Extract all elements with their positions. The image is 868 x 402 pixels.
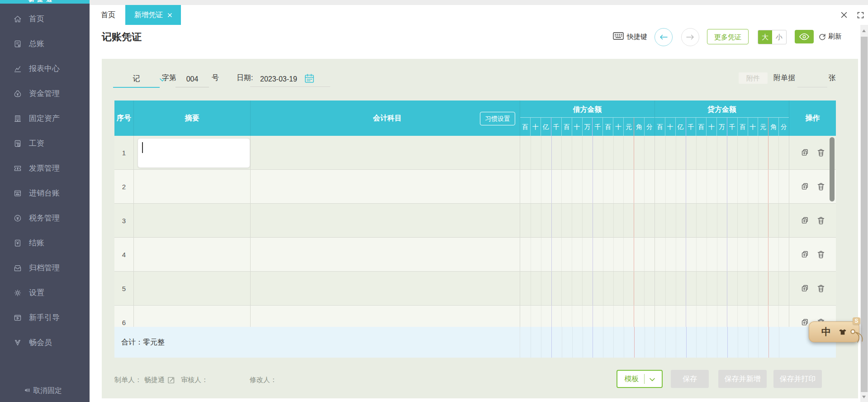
delete-row-icon[interactable] — [817, 216, 825, 225]
close-window-icon[interactable] — [839, 10, 849, 20]
save-and-new-button[interactable]: 保存并新增 — [718, 370, 767, 388]
sidebar-item-closing[interactable]: 结账 — [0, 230, 90, 255]
attachment-count-input[interactable] — [797, 72, 827, 87]
visibility-button[interactable] — [795, 30, 814, 43]
summary-cell[interactable] — [133, 136, 250, 169]
ime-widget[interactable]: S 中 — [809, 321, 859, 342]
delete-row-icon[interactable] — [817, 182, 825, 191]
next-voucher-button[interactable] — [681, 28, 699, 46]
tab-new-voucher[interactable]: 新增凭证 — [125, 5, 181, 25]
digit-grid-line — [603, 238, 603, 271]
credit-cell[interactable] — [655, 272, 789, 305]
digit-col-label: 角 — [768, 118, 778, 136]
digit-grid-line — [624, 327, 624, 358]
digit-grid-line — [603, 136, 603, 169]
fullscreen-icon[interactable] — [855, 10, 866, 20]
copy-row-icon[interactable] — [801, 284, 809, 293]
prev-voucher-button[interactable] — [655, 28, 673, 46]
debit-cell[interactable] — [520, 306, 655, 327]
inventory-icon — [13, 189, 22, 198]
save-button[interactable]: 保存 — [671, 370, 709, 388]
scroll-down-arrow-icon[interactable] — [862, 396, 866, 398]
ime-mode-indicator[interactable]: 中 — [821, 325, 831, 338]
account-cell[interactable] — [250, 204, 520, 237]
sidebar-item-fixed-assets[interactable]: 固定资产 — [0, 106, 90, 131]
delete-row-icon[interactable] — [817, 250, 825, 259]
edit-icon[interactable] — [167, 376, 175, 384]
sidebar-item-general-ledger[interactable]: 总账 — [0, 31, 90, 56]
sidebar-item-archive[interactable]: 归档管理 — [0, 255, 90, 280]
sidebar-item-payroll[interactable]: 工资 — [0, 131, 90, 156]
summary-cell[interactable] — [133, 170, 250, 203]
copy-row-icon[interactable] — [801, 148, 809, 157]
summary-cell[interactable] — [133, 204, 250, 237]
habit-settings-button[interactable]: 习惯设置 — [480, 112, 515, 125]
sidebar-item-settings[interactable]: 设置 — [0, 280, 90, 305]
digit-grid-line — [676, 327, 676, 358]
debit-cell[interactable] — [520, 136, 655, 169]
sidebar-item-invoice[interactable]: 发票管理 — [0, 156, 90, 181]
delete-row-icon[interactable] — [817, 284, 825, 293]
summary-cell[interactable] — [133, 306, 250, 327]
voucher-number-suffix: 号 — [212, 73, 219, 83]
summary-input[interactable] — [138, 138, 250, 168]
debit-cell[interactable] — [520, 238, 655, 271]
sidebar-item-report-center[interactable]: 报表中心 — [0, 56, 90, 81]
font-size-large-button[interactable]: 大 — [758, 30, 772, 44]
row-seq: 1 — [114, 136, 133, 169]
font-size-small-button[interactable]: 小 — [772, 30, 786, 44]
template-chevron-down-icon[interactable] — [650, 375, 655, 383]
sidebar-item-tax-management[interactable]: 税务管理 — [0, 206, 90, 230]
digit-grid-line — [665, 327, 666, 358]
sidebar-item-member[interactable]: 畅会员 — [0, 330, 90, 355]
account-cell[interactable] — [250, 306, 520, 327]
sidebar-collapse-button[interactable]: 取消固定 — [24, 386, 62, 396]
shortcut-key-button[interactable]: 快捷键 — [613, 32, 647, 41]
template-button[interactable]: 模板 — [617, 370, 663, 388]
sidebar-item-beginner-guide[interactable]: 新手引导 — [0, 305, 90, 330]
tab-home[interactable]: 首页 — [97, 5, 119, 25]
scroll-up-arrow-icon[interactable] — [862, 29, 866, 32]
credit-cell[interactable] — [655, 170, 789, 203]
digit-grid-line — [717, 306, 717, 327]
voucher-number-input[interactable]: 004 — [175, 72, 209, 87]
digit-col-label: 百 — [520, 118, 530, 136]
refresh-button[interactable]: 刷新 — [819, 32, 842, 41]
account-cell[interactable] — [250, 272, 520, 305]
summary-cell[interactable] — [133, 238, 250, 271]
sogou-logo: S — [853, 317, 860, 325]
copy-row-icon[interactable] — [801, 250, 809, 259]
copy-row-icon[interactable] — [801, 216, 809, 225]
attachment-button[interactable]: 附件 — [739, 72, 768, 84]
digit-grid-line — [613, 327, 614, 358]
voucher-word-select[interactable]: 记 — [113, 71, 160, 88]
credit-cell[interactable] — [655, 204, 789, 237]
account-cell[interactable] — [250, 136, 520, 169]
debit-cell[interactable] — [520, 170, 655, 203]
debit-cell[interactable] — [520, 272, 655, 305]
sidebar-item-funds-management[interactable]: 资金管理 — [0, 81, 90, 106]
delete-row-icon[interactable] — [817, 148, 825, 157]
credit-cell[interactable] — [655, 238, 789, 271]
credit-cell[interactable] — [655, 136, 789, 169]
tab-close-icon[interactable] — [167, 13, 172, 18]
account-cell[interactable] — [250, 170, 520, 203]
shirt-skin-icon[interactable] — [838, 329, 847, 335]
digit-grid-line — [613, 136, 614, 169]
more-vouchers-button[interactable]: 更多凭证 — [707, 29, 749, 44]
credit-cell[interactable] — [655, 306, 789, 327]
calendar-icon[interactable] — [304, 73, 314, 85]
sidebar-item-home[interactable]: 首页 — [0, 6, 90, 31]
voucher-row-2: 2 — [114, 170, 836, 204]
digit-grid-line — [676, 136, 676, 169]
sidebar-item-inventory-ledger[interactable]: 进销台账 — [0, 181, 90, 206]
debit-cell[interactable] — [520, 204, 655, 237]
account-cell[interactable] — [250, 238, 520, 271]
copy-row-icon[interactable] — [801, 182, 809, 191]
copy-row-icon[interactable] — [801, 318, 809, 327]
date-input[interactable]: 2023-03-19 — [250, 72, 330, 87]
summary-cell[interactable] — [133, 272, 250, 305]
save-and-print-button[interactable]: 保存并打印 — [773, 370, 822, 388]
table-scrollbar-thumb[interactable] — [830, 137, 835, 201]
digit-grid-line — [551, 170, 552, 203]
